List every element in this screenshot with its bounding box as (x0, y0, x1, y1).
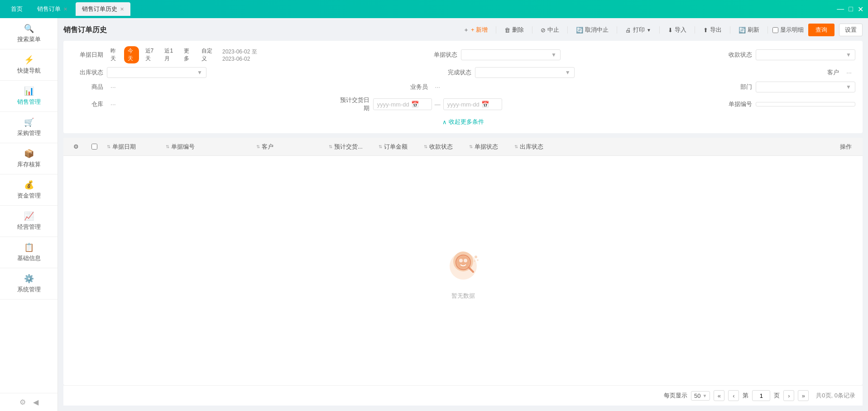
salesperson-dots[interactable]: ··· (432, 83, 444, 91)
dept-select[interactable]: ▼ (756, 82, 855, 92)
minimize-btn[interactable]: — (837, 5, 844, 13)
col-doc-date[interactable]: ⇅ 单据日期 (103, 143, 162, 151)
collapse-label: 收起更多条件 (449, 118, 484, 126)
pagination: 每页显示 50 ▼ « ‹ 第 页 › » 共0页, 0条记录 (63, 385, 863, 406)
col-amount[interactable]: ⇅ 订单金额 (375, 143, 420, 151)
col-delivery-date[interactable]: ⇅ 预计交货... (325, 143, 375, 151)
inventory-icon: 📦 (24, 149, 34, 159)
doc-no-label: 单据编号 (719, 100, 756, 108)
page-number-input[interactable] (752, 390, 770, 401)
search-btn[interactable]: 查询 (808, 24, 834, 36)
date-yesterday-btn[interactable]: 昨天 (107, 46, 121, 63)
delivery-date-to[interactable]: yyyy-mm-dd 📅 (443, 98, 502, 110)
new-icon: ＋ (463, 26, 469, 34)
filter-date-options: 昨天 今天 近7天 近1月 更多 自定义 2023-06-02 至 2023-0… (107, 46, 266, 63)
export-btn[interactable]: ⬆ 导出 (700, 24, 725, 36)
sidebar-item-sales-mgmt[interactable]: 📊 销售管理 (0, 81, 58, 112)
page-size-arrow-icon: ▼ (702, 393, 707, 398)
sidebar-item-search-menu[interactable]: 🔍 搜索菜单 (0, 18, 58, 49)
print-btn[interactable]: 🖨 打印 ▼ (622, 24, 655, 36)
date-custom-btn[interactable]: 自定义 (198, 46, 216, 63)
outbound-select[interactable]: ▼ (107, 67, 206, 78)
basic-info-icon: 📋 (24, 242, 34, 252)
doc-status-select[interactable]: ▼ (461, 49, 561, 60)
display-detail-checkbox[interactable] (772, 27, 778, 33)
page-size-select[interactable]: 50 ▼ (691, 391, 710, 401)
refresh-btn[interactable]: 🔄 刷新 (735, 24, 763, 36)
date-today-btn[interactable]: 今天 (124, 46, 139, 63)
doc-status-arrow-icon: ▼ (551, 52, 556, 58)
date-1month-btn[interactable]: 近1月 (161, 46, 177, 63)
divider-8 (767, 26, 768, 34)
goods-dots[interactable]: ··· (107, 83, 120, 91)
col-settings[interactable]: ⚙ (67, 143, 85, 150)
sidebar-item-basic-info-label: 基础信息 (17, 254, 41, 262)
collapse-filter-btn[interactable]: ∧ 收起更多条件 (71, 116, 855, 128)
settings-bottom-icon[interactable]: ⚙ (19, 398, 26, 406)
last-page-btn[interactable]: » (798, 390, 809, 401)
first-page-icon: « (718, 392, 721, 399)
completion-select[interactable]: ▼ (475, 67, 575, 78)
delete-icon: 🗑 (504, 27, 510, 34)
next-page-btn[interactable]: › (783, 390, 794, 401)
calendar-from-icon: 📅 (411, 101, 419, 108)
sidebar-item-basic-info[interactable]: 📋 基础信息 (0, 237, 58, 268)
next-page-icon: › (788, 392, 790, 399)
settings-btn[interactable]: 设置 (839, 24, 863, 36)
sort-doc-no-icon: ⇅ (166, 144, 169, 149)
tab-sales-order-history-close[interactable]: ✕ (120, 6, 124, 12)
divider-3 (567, 26, 568, 34)
tab-sales-order[interactable]: 销售订单 ✕ (31, 2, 74, 16)
customer-dots[interactable]: ··· (843, 69, 855, 76)
import-btn[interactable]: ⬇ 导入 (664, 24, 690, 36)
cancel-stop-btn[interactable]: 🔄 取消中止 (572, 24, 612, 36)
tab-home[interactable]: 首页 (5, 2, 29, 16)
warehouse-dots[interactable]: ··· (107, 101, 120, 108)
date-7days-btn[interactable]: 近7天 (142, 46, 158, 63)
col-outbound-status[interactable]: ⇅ 出库状态 (511, 143, 556, 151)
new-btn[interactable]: ＋ + 新增 (460, 24, 491, 36)
sidebar-item-quick-nav[interactable]: ⚡ 快捷导航 (0, 49, 58, 81)
maximize-btn[interactable]: □ (849, 5, 853, 13)
first-page-btn[interactable]: « (714, 390, 724, 401)
col-payment-status[interactable]: ⇅ 收款状态 (420, 143, 465, 151)
sidebar-item-operation[interactable]: 📈 经营管理 (0, 206, 58, 237)
display-detail-toggle[interactable]: 显示明细 (772, 26, 804, 34)
col-customer[interactable]: ⇅ 客户 (253, 143, 325, 151)
col-doc-status[interactable]: ⇅ 单据状态 (465, 143, 511, 151)
sidebar-item-system[interactable]: ⚙️ 系统管理 (0, 268, 58, 300)
sales-mgmt-icon: 📊 (24, 86, 34, 96)
table-empty-state: 暂无数据 (63, 156, 863, 385)
window-close-btn[interactable]: ✕ (858, 5, 863, 14)
sort-outbound-icon: ⇅ (514, 144, 518, 149)
col-doc-no[interactable]: ⇅ 单据编号 (162, 143, 253, 151)
delivery-date-from[interactable]: yyyy-mm-dd 📅 (373, 98, 432, 110)
goods-label: 商品 (71, 83, 107, 91)
operation-icon: 📈 (24, 211, 34, 221)
tab-sales-order-history[interactable]: 销售订单历史 ✕ (76, 2, 130, 16)
window-controls: — □ ✕ (837, 5, 863, 14)
col-checkbox[interactable] (85, 144, 103, 150)
date-more-btn[interactable]: 更多 (180, 46, 195, 63)
collapse-sidebar-icon[interactable]: ◀ (33, 398, 38, 406)
sidebar-item-inventory[interactable]: 📦 库存核算 (0, 143, 58, 174)
pay-status-select[interactable]: ▼ (756, 49, 855, 60)
tab-sales-order-close[interactable]: ✕ (63, 6, 67, 12)
data-table: ⚙ ⇅ 单据日期 ⇅ 单据编号 ⇅ 客户 ⇅ (63, 138, 863, 385)
tab-home-label: 首页 (11, 5, 23, 13)
sort-delivery-icon: ⇅ (329, 144, 332, 149)
sidebar-item-finance[interactable]: 💰 资金管理 (0, 174, 58, 206)
stop-btn[interactable]: ⊘ 中止 (537, 24, 563, 36)
sidebar-item-purchase-mgmt[interactable]: 🛒 采购管理 (0, 112, 58, 143)
filter-row-4: 仓库 ··· 预计交货日期 yyyy-mm-dd 📅 — yyyy-mm-dd … (71, 96, 855, 112)
svg-point-8 (477, 259, 479, 261)
delete-btn[interactable]: 🗑 删除 (501, 24, 528, 36)
select-all-checkbox[interactable] (91, 144, 97, 150)
page-header: 销售订单历史 ＋ + 新增 🗑 删除 ⊘ 中止 🔄 (63, 24, 863, 36)
prev-page-btn[interactable]: ‹ (728, 390, 739, 401)
export-icon: ⬆ (703, 27, 708, 34)
outbound-arrow-icon: ▼ (197, 69, 202, 76)
purchase-mgmt-icon: 🛒 (24, 117, 34, 127)
doc-no-input[interactable] (756, 102, 855, 106)
warehouse-label: 仓库 (71, 100, 107, 108)
